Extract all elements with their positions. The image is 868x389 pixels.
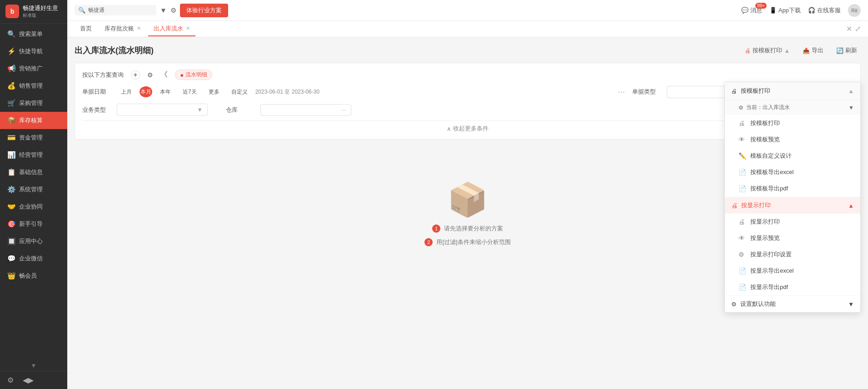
print-template-btn[interactable]: 🖨 按模板打印 ▲ xyxy=(741,45,793,56)
warehouse-select[interactable]: ··· xyxy=(260,104,351,116)
date-more[interactable]: 更多 xyxy=(205,86,224,98)
display-print-settings-item[interactable]: ⚙ 按显示打印设置 xyxy=(725,246,860,263)
sidebar-item-quick-nav[interactable]: ⚡快捷导航 xyxy=(0,43,67,60)
sidebar-item-basics[interactable]: 📋基础信息 xyxy=(0,164,67,181)
template-export-excel-item[interactable]: 📄 按模板导出excel xyxy=(725,164,860,180)
doc-type-label: 单据类型 xyxy=(632,88,659,96)
collapse-sidebar-icon[interactable]: ◀▶ xyxy=(23,376,34,384)
scroll-down-btn[interactable]: ▼ xyxy=(0,360,67,371)
display-print-icon: 🖨 xyxy=(738,218,746,225)
tab-inout-flow-close[interactable]: ✕ xyxy=(186,25,190,31)
nav-icon-quick-nav: ⚡ xyxy=(7,47,15,55)
biz-type-select[interactable]: ▼ xyxy=(117,104,208,116)
app-icon: 📱 xyxy=(769,7,777,14)
date-this-year[interactable]: 本年 xyxy=(156,86,175,98)
settings-bottom-icon[interactable]: ⚙ xyxy=(7,376,14,384)
tab-inventory-batch-close[interactable]: ✕ xyxy=(137,25,141,31)
nav-label-cooperation: 企业协同 xyxy=(19,203,43,211)
sidebar-item-app-center[interactable]: 🔲应用中心 xyxy=(0,233,67,250)
nav-icon-inventory: 📦 xyxy=(7,116,15,125)
message-btn[interactable]: 💬 消息 99+ xyxy=(741,6,762,15)
display-print-item[interactable]: 🖨 按显示打印 xyxy=(725,214,860,230)
logo-text: 畅捷通好生意 xyxy=(23,5,58,12)
tab-bar-maximize[interactable]: ⤢ xyxy=(855,25,861,33)
filter-collapse-icon[interactable]: 《 xyxy=(160,70,168,80)
set-default-icon: ⚙ xyxy=(731,301,737,308)
display-print-group-header[interactable]: 🖨 按显示打印 ▲ xyxy=(725,197,860,214)
date-this-month[interactable]: 本月 xyxy=(140,86,152,97)
tab-home[interactable]: 首页 xyxy=(75,22,97,36)
sidebar-item-finance[interactable]: 💳资金管理 xyxy=(0,129,67,146)
nav-label-member: 畅会员 xyxy=(19,272,37,280)
tab-inout-flow[interactable]: 出入库流水 ✕ xyxy=(148,22,195,36)
dropdown-header[interactable]: 🖨 按模板打印 ▲ xyxy=(725,82,860,100)
page-actions: 🖨 按模板打印 ▲ 📤 导出 🔄 刷新 xyxy=(741,45,861,56)
refresh-btn[interactable]: 🔄 刷新 xyxy=(833,45,861,56)
filter-settings-icon[interactable]: ⚙ xyxy=(147,71,153,79)
nav-icon-purchase: 🛒 xyxy=(7,99,15,107)
display-preview-icon: 👁 xyxy=(738,234,746,242)
message-icon: 💬 xyxy=(741,7,748,14)
dropdown-header-caret[interactable]: ▲ xyxy=(848,88,854,95)
set-default-footer[interactable]: ⚙ 设置默认功能 ▼ xyxy=(725,296,860,312)
nav-icon-system: ⚙️ xyxy=(7,185,15,194)
print-dropdown-caret[interactable]: ▲ xyxy=(784,47,790,54)
display-preview-item[interactable]: 👁 按显示预览 xyxy=(725,230,860,246)
template-export-pdf-item[interactable]: 📄 按模板导出pdf xyxy=(725,180,860,197)
date-last-month[interactable]: 上月 xyxy=(117,86,136,98)
topbar-search[interactable]: 🔍 xyxy=(75,5,156,15)
display-settings-icon: ⚙ xyxy=(738,251,746,258)
online-service-btn[interactable]: 🎧 在线客服 xyxy=(808,6,841,15)
sidebar-item-sales[interactable]: 💰销售管理 xyxy=(0,77,67,95)
sidebar-item-operation[interactable]: 📊经营管理 xyxy=(0,146,67,164)
sidebar-item-member[interactable]: 👑畅会员 xyxy=(0,267,67,284)
user-profile-btn[interactable]: Rit xyxy=(848,4,861,17)
search-input[interactable] xyxy=(88,7,147,14)
sidebar-item-system[interactable]: ⚙️系统管理 xyxy=(0,181,67,198)
sidebar-item-wechat[interactable]: 💬企业微信 xyxy=(0,250,67,267)
tab-inventory-batch[interactable]: 库存批次账 ✕ xyxy=(99,22,146,36)
nav-icon-wechat: 💬 xyxy=(7,254,15,263)
nav-icon-operation: 📊 xyxy=(7,151,15,159)
biz-type-caret: ▼ xyxy=(197,106,203,113)
nav-icon-sales: 💰 xyxy=(7,82,15,90)
date-last-7days[interactable]: 近7天 xyxy=(179,86,201,98)
set-default-caret[interactable]: ▼ xyxy=(848,301,854,308)
dropdown-current: ⚙ 当前：出入库流水 ▼ xyxy=(725,100,860,115)
industry-solution-button[interactable]: 体验行业方案 xyxy=(180,4,228,17)
display-group-caret[interactable]: ▲ xyxy=(848,202,854,209)
sidebar-item-inventory[interactable]: 📦库存核算 xyxy=(0,112,67,129)
template-design-item[interactable]: ✏️ 模板自定义设计 xyxy=(725,148,860,164)
export-btn[interactable]: 📤 导出 xyxy=(799,45,827,56)
date-range-display: 2023-06-01 至 2023-06-30 xyxy=(255,88,319,96)
avatar: Rit xyxy=(848,4,861,17)
date-label: 单据日期 xyxy=(82,88,110,96)
app-download-btn[interactable]: 📱 App下载 xyxy=(769,6,801,15)
topbar-gear-icon[interactable]: ▼ xyxy=(160,6,167,14)
add-filter-btn[interactable]: + xyxy=(131,70,140,80)
topbar-settings-icon[interactable]: ⚙ xyxy=(170,6,176,15)
display-export-pdf-item[interactable]: 📄 按显示导出pdf xyxy=(725,279,860,295)
warehouse-more[interactable]: ··· xyxy=(342,107,346,113)
empty-step-2: 2 用[过滤]条件来缩小分析范围 xyxy=(424,238,510,246)
collapse-arrow-icon: ∧ xyxy=(447,125,451,132)
sidebar-item-cooperation[interactable]: 🤝企业协同 xyxy=(0,198,67,215)
nav-icon-cooperation: 🤝 xyxy=(7,203,15,211)
template-preview-item[interactable]: 👁 按模板预览 xyxy=(725,131,860,148)
date-custom[interactable]: 自定义 xyxy=(227,86,252,98)
sidebar-item-marketing[interactable]: 📢营销推广 xyxy=(0,60,67,77)
nav-icon-finance: 💳 xyxy=(7,134,15,142)
nav-label-finance: 资金管理 xyxy=(19,134,43,142)
display-export-excel-item[interactable]: 📄 按显示导出excel xyxy=(725,263,860,279)
filter-tag-shuimingxi[interactable]: ● 流水明细 xyxy=(175,70,212,80)
tab-bar-close-all[interactable]: ✕ xyxy=(846,25,852,33)
display-print-group-icon: 🖨 xyxy=(731,202,738,209)
search-options-more[interactable]: ··· xyxy=(618,87,625,97)
sidebar-item-guide[interactable]: 🎯新手引导 xyxy=(0,215,67,233)
template-print-item[interactable]: 🖨 按模板打印 xyxy=(725,115,860,131)
sidebar-item-purchase[interactable]: 🛒采购管理 xyxy=(0,95,67,112)
sidebar-item-search[interactable]: 🔍搜索菜单 xyxy=(0,25,67,43)
dropdown-current-caret[interactable]: ▼ xyxy=(848,105,854,111)
nav-label-system: 系统管理 xyxy=(19,185,43,194)
sidebar: b 畅捷通好生意 标准版 🔍搜索菜单⚡快捷导航📢营销推广💰销售管理🛒采购管理📦库… xyxy=(0,0,67,389)
